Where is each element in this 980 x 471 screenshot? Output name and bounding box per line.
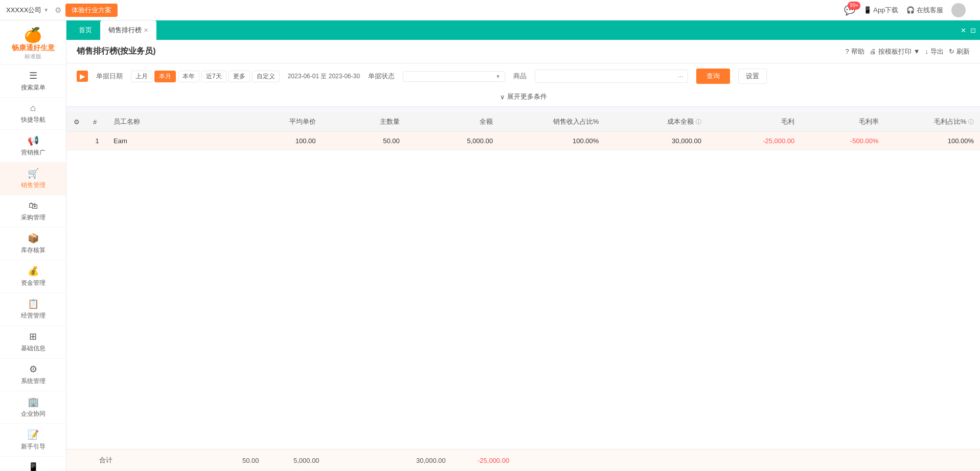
print-icon: 🖨 [870,48,876,55]
tab-maximize-icon[interactable]: ⊡ [970,27,976,34]
collab-icon: 🏢 [28,396,39,408]
company-selector[interactable]: XXXXX公司 ▼ [6,6,49,15]
footer-label: 合计 [93,455,185,466]
query-button[interactable]: 查询 [696,69,730,84]
sidebar-item-mgmt[interactable]: 📋 经营管理 [0,293,66,326]
main-layout: 🍊 畅康通好生意 标准版 ☰ 搜索菜单 ⌂ 快捷导航 📢 营销推广 🛒 销售管理… [0,20,980,471]
footer-avg-price [185,459,236,461]
top-right-actions: 💬 99+ 📱 App下载 🎧 在线客服 [844,3,974,17]
col-cost-header: 成本全额 ⓘ [605,112,708,132]
date-label: 单据日期 [96,72,123,81]
sidebar-item-search[interactable]: ☰ 搜索菜单 [0,65,66,98]
home-icon: ⌂ [30,103,36,114]
guide-icon: 📝 [28,429,39,440]
date-btn-more[interactable]: 更多 [229,71,250,82]
status-select-arrow: ▼ [495,74,500,79]
page-title: 销售排行榜(按业务员) [77,46,156,63]
top-bar: XXXXX公司 ▼ ⚙ 体验行业方案 💬 99+ 📱 App下载 🎧 在线客服 [0,0,980,20]
profit-pct-info-icon[interactable]: ⓘ [968,119,974,125]
row-profit-rate: -500.00% [801,132,884,150]
footer-profit-rate [533,459,594,461]
expand-down-icon: ∨ [500,93,505,101]
app-download-link[interactable]: 📱 App下载 [863,6,898,15]
table-row: 1 Eam 100.00 50.00 5,000.00 100.00% 30,0… [66,132,980,150]
sidebar-item-apps[interactable]: 📱 应用中心 [0,457,66,471]
tab-bar: 首页 销售排行榜 ✕ ✕ ⊡ [66,20,980,40]
cost-info-icon[interactable]: ⓘ [696,119,701,125]
status-label: 单据状态 [368,72,395,81]
tab-bar-actions: ✕ ⊡ [961,27,976,34]
footer-profit-pct [594,459,655,461]
sales-rank-table: ⚙ # 员工名称 平均单价 主数量 全额 销售收入占比% 成本全额 ⓘ [66,112,980,150]
date-btn-this-month[interactable]: 本月 [154,71,176,82]
date-btn-7days[interactable]: 近7天 [201,71,226,82]
footer-cells: 合计 50.00 5,000.00 30,000.00 -25,000.00 [73,455,974,466]
row-profit-pct: 100.00% [885,132,980,150]
message-badge: 99+ [848,2,860,10]
company-name: XXXXX公司 [6,6,41,15]
col-profit-header: 毛利 [708,112,801,132]
col-profit-rate-header: 毛利率 [801,112,884,132]
tab-sales-rank[interactable]: 销售排行榜 ✕ [100,20,156,40]
tab-close-icon[interactable]: ✕ [144,27,148,34]
refresh-icon: ↻ [949,48,954,55]
row-amount: 5,000.00 [406,132,499,150]
sidebar-item-nav[interactable]: ⌂ 快捷导航 [0,98,66,130]
trial-button[interactable]: 体验行业方案 [65,4,118,17]
online-service-link[interactable]: 🎧 在线客服 [906,6,943,15]
goods-more-icon[interactable]: ··· [677,72,683,80]
inventory-icon: 📦 [28,233,39,244]
sidebar: 🍊 畅康通好生意 标准版 ☰ 搜索菜单 ⌂ 快捷导航 📢 营销推广 🛒 销售管理… [0,20,66,471]
page-content: 销售排行榜(按业务员) ? 帮助 🖨 按模板打印 ▼ ↓ 导出 [66,40,980,471]
sidebar-item-inventory[interactable]: 📦 库存核算 [0,228,66,260]
logo-text: 畅康通好生意 [12,43,55,53]
sidebar-item-purchase[interactable]: 🛍 采购管理 [0,195,66,228]
footer-spacer [73,459,93,461]
row-avg-price: 100.00 [238,132,322,150]
system-icon: ⚙ [29,364,37,375]
export-button[interactable]: ↓ 导出 [925,47,944,56]
date-btn-this-year[interactable]: 本年 [178,71,199,82]
col-sales-pct-header: 销售收入占比% [499,112,605,132]
sidebar-item-basic[interactable]: ⊞ 基础信息 [0,326,66,358]
sidebar-item-sales[interactable]: 🛒 销售管理 [0,163,66,195]
basic-icon: ⊞ [29,331,37,342]
footer-profit: -25,000.00 [471,456,533,465]
page-actions: ? 帮助 🖨 按模板打印 ▼ ↓ 导出 ↻ 刷新 [845,47,970,62]
status-select[interactable]: ▼ [403,71,505,82]
date-btn-prev-month[interactable]: 上月 [131,71,152,82]
sales-icon: 🛒 [28,168,39,179]
apps-icon: 📱 [28,462,39,471]
message-icon[interactable]: 💬 99+ [844,5,855,16]
sidebar-item-finance[interactable]: 💰 资金管理 [0,260,66,293]
col-qty-header: 主数量 [322,112,406,132]
goods-label: 商品 [513,72,527,81]
logo-sub: 标准版 [25,53,41,60]
col-settings-header[interactable]: ⚙ [66,112,87,132]
print-button[interactable]: 🖨 按模板打印 ▼ [870,47,920,56]
table-footer: 合计 50.00 5,000.00 30,000.00 -25,000.00 [66,449,980,471]
avatar[interactable] [951,3,966,17]
row-profit: -25,000.00 [708,132,801,150]
refresh-button[interactable]: ↻ 刷新 [949,47,970,56]
sidebar-item-collab[interactable]: 🏢 企业协同 [0,391,66,424]
sidebar-item-marketing[interactable]: 📢 营销推广 [0,130,66,163]
expand-more-button[interactable]: ∨ 展开更多条件 [500,92,547,101]
tab-home[interactable]: 首页 [71,20,100,40]
table-header-row: ⚙ # 员工名称 平均单价 主数量 全额 销售收入占比% 成本全额 ⓘ [66,112,980,132]
marketing-icon: 📢 [28,135,39,146]
date-btn-custom[interactable]: 自定义 [252,71,280,82]
row-name: Eam [107,132,238,150]
date-shortcuts: 上月 本月 本年 近7天 更多 自定义 [131,71,280,82]
col-avg-price-header: 平均单价 [238,112,322,132]
sidebar-item-system[interactable]: ⚙ 系统管理 [0,358,66,391]
goods-input[interactable]: ··· [535,70,688,83]
tab-minimize-icon[interactable]: ✕ [961,27,966,34]
filter-collapse-button[interactable]: ▶ [77,71,88,82]
sidebar-item-guide[interactable]: 📝 新手引导 [0,424,66,457]
finance-icon: 💰 [28,265,39,277]
settings-icon[interactable]: ⚙ [55,6,61,15]
help-button[interactable]: ? 帮助 [845,47,864,56]
setting-button[interactable]: 设置 [738,69,767,84]
row-settings[interactable] [66,132,87,150]
